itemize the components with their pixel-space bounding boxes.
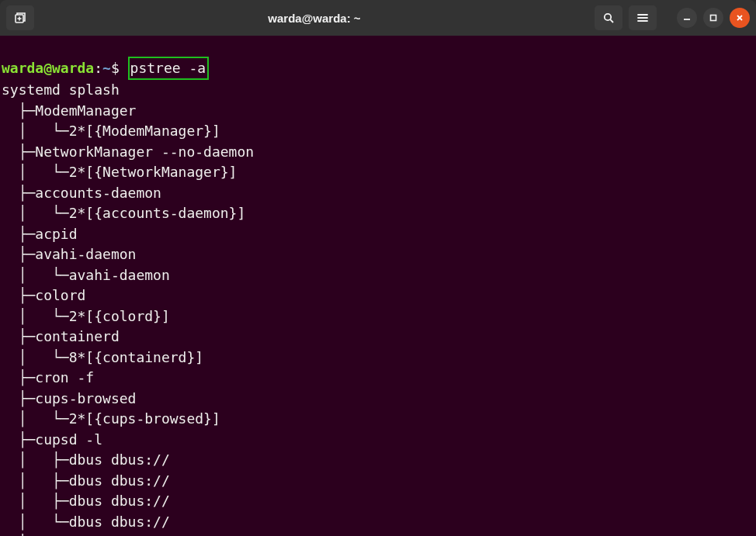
tree-line: │ └─8*[{containerd}] [2, 349, 203, 365]
prompt-dollar: $ [111, 60, 128, 76]
tree-line: │ ├─dbus dbus:// [2, 472, 170, 489]
tree-line: ├─cupsd -l [2, 431, 102, 448]
prompt-path: ~ [102, 60, 111, 76]
tree-line: ├─avahi-daemon [2, 246, 136, 262]
tree-line: ├─acpid [2, 226, 78, 242]
svg-rect-2 [711, 16, 716, 21]
minimize-button[interactable] [677, 8, 697, 28]
tree-line: │ └─2*[{ModemManager}] [2, 123, 220, 139]
window-title: warda@warda: ~ [34, 12, 595, 25]
tree-line: ├─cups-browsed [2, 390, 136, 406]
menu-button[interactable] [629, 5, 657, 30]
new-tab-button[interactable] [6, 5, 34, 30]
tree-line: │ └─dbus dbus:// [2, 514, 170, 530]
tree-line: ├─containerd [2, 328, 120, 344]
tree-line: ├─colord [2, 287, 85, 303]
terminal-output[interactable]: warda@warda:~$ pstree -a systemd splash … [0, 36, 756, 536]
close-button[interactable] [730, 8, 750, 28]
tree-line: │ └─avahi-daemon [2, 267, 170, 283]
tree-line: ├─ModemManager [2, 102, 136, 119]
maximize-button[interactable] [703, 8, 723, 28]
tree-line: │ └─2*[{colord}] [2, 308, 170, 324]
tree-line: ├─NetworkManager --no-daemon [2, 144, 254, 160]
tree-line: │ └─2*[{cups-browsed}] [2, 410, 220, 427]
tree-line: │ └─2*[{accounts-daemon}] [2, 205, 245, 221]
prompt-sep: : [94, 60, 102, 76]
tree-line: │ ├─dbus dbus:// [2, 493, 170, 509]
title-bar: warda@warda: ~ [0, 0, 756, 36]
svg-point-1 [605, 14, 611, 20]
command-highlight: pstree -a [128, 57, 210, 81]
tree-line: ├─cron -f [2, 369, 94, 386]
tree-line: ├─accounts-daemon [2, 185, 161, 201]
tree-line: │ └─2*[{NetworkManager}] [2, 164, 237, 180]
prompt-user: warda@warda [2, 60, 94, 76]
tree-line: systemd splash [2, 81, 120, 98]
search-button[interactable] [595, 5, 622, 30]
tree-line: │ ├─dbus dbus:// [2, 451, 170, 468]
